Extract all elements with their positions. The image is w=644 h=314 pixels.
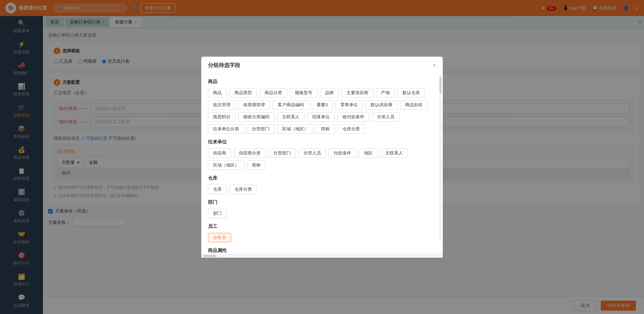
field-tag-main-contact[interactable]: 主联系人 <box>277 112 305 122</box>
field-tag-payment-cond[interactable]: 付款条件 <box>329 148 356 158</box>
field-tag-retail-unit[interactable]: 零售单位 <box>335 100 363 110</box>
field-tag-customer-code[interactable]: 客户商品编码 <box>273 100 309 110</box>
section-title-department: 部门 <box>208 199 436 205</box>
field-tag-spec-model[interactable]: 规格型号 <box>290 88 317 98</box>
field-tag-warehouse-category[interactable]: 仓库分类 <box>229 185 257 194</box>
field-tag-tax-code[interactable]: 税收分类编码 <box>238 112 274 122</box>
modal-scroll-thumb <box>439 77 441 93</box>
field-tags-employee: 业务员 <box>208 233 436 242</box>
field-tag-goods-type[interactable]: 商品类型 <box>229 88 257 98</box>
modal-header: 分组待选字段 × <box>201 57 443 73</box>
field-tag-weight[interactable]: 重量3 <box>312 100 333 110</box>
field-tag-origin[interactable]: 产地 <box>376 88 395 98</box>
field-tag-payment-terms[interactable]: 收付款条件 <box>337 112 369 122</box>
modal-close-button[interactable]: × <box>432 62 436 69</box>
field-tag-batch-mgmt[interactable]: 批次管理 <box>208 100 235 110</box>
field-tag-manager-partner[interactable]: 分管人员 <box>299 148 326 158</box>
field-tags-partner: 供应商 供应商分类 分管部门 分管人员 付款条件 地区 主联系人 区域（地区） … <box>208 148 436 170</box>
field-tag-salesperson[interactable]: 业务员 <box>208 233 231 242</box>
field-tags-department: 部门 <box>208 209 436 218</box>
modal-body: 商品 商品 商品类型 商品分类 规格型号 品牌 主要供应商 产地 默认仓库 批次… <box>201 73 443 254</box>
field-tag-quality-mgmt[interactable]: 保质期管理 <box>238 100 270 110</box>
section-title-warehouse: 仓库 <box>208 175 436 181</box>
modal-hscroll-thumb <box>203 255 217 257</box>
modal-title: 分组待选字段 <box>208 62 240 69</box>
field-tag-main-supplier[interactable]: 主要供应商 <box>341 88 373 98</box>
modal-hscrollbar[interactable] <box>201 254 443 258</box>
section-title-employee: 员工 <box>208 224 436 230</box>
field-tag-pick-points[interactable]: 拣货积分 <box>208 112 235 122</box>
field-tag-supplier-cat[interactable]: 供应商分类 <box>234 148 266 158</box>
field-tag-department[interactable]: 部门 <box>208 209 227 218</box>
field-tag-goods[interactable]: 商品 <box>208 88 227 98</box>
field-tag-region-partner[interactable]: 地区 <box>359 148 378 158</box>
field-tag-goods-category[interactable]: 商品分类 <box>260 88 287 98</box>
modal-scrollbar[interactable] <box>439 75 441 241</box>
field-tag-dept-partner[interactable]: 分管部门 <box>268 148 296 158</box>
field-tags-goods: 商品 商品类型 商品分类 规格型号 品牌 主要供应商 产地 默认仓库 批次管理 … <box>208 88 436 134</box>
field-tag-region-goods[interactable]: 区域（地区） <box>277 124 313 134</box>
section-title-goods: 商品 <box>208 79 436 85</box>
field-tag-manager[interactable]: 分管人员 <box>372 112 399 122</box>
field-tags-warehouse: 仓库 仓库分类 <box>208 185 436 194</box>
field-tag-brand[interactable]: 品牌 <box>320 88 339 98</box>
field-tag-supplier[interactable]: 供应商 <box>208 148 231 158</box>
field-tag-settlement-unit[interactable]: 结算单位 <box>307 112 335 122</box>
field-tag-dept[interactable]: 分管部门 <box>247 124 274 134</box>
field-tag-default-supplier[interactable]: 默认供应商 <box>366 100 397 110</box>
field-tag-partner-category[interactable]: 往来单位分类 <box>208 124 244 134</box>
field-tag-warehouse-cat[interactable]: 仓库分类 <box>337 124 365 134</box>
field-tag-region2-partner[interactable]: 区域（地区） <box>208 161 244 170</box>
field-tag-abbr-partner[interactable]: 简称 <box>247 161 266 170</box>
modal-overlay: 分组待选字段 × 商品 商品 商品类型 商品分类 规格型号 品牌 主要供应商 产… <box>0 0 644 314</box>
field-tag-goods-alias[interactable]: 商品别名 <box>400 100 428 110</box>
field-tag-warehouse[interactable]: 仓库 <box>208 185 227 194</box>
group-field-modal: 分组待选字段 × 商品 商品 商品类型 商品分类 规格型号 品牌 主要供应商 产… <box>201 57 443 258</box>
section-title-partner: 往来单位 <box>208 139 436 145</box>
field-tag-default-warehouse[interactable]: 默认仓库 <box>397 88 425 98</box>
field-tag-abbr-goods[interactable]: 简称 <box>316 124 335 134</box>
section-title-goods-attr: 商品属性 <box>208 248 436 254</box>
field-tag-main-contact-partner[interactable]: 主联系人 <box>380 148 408 158</box>
